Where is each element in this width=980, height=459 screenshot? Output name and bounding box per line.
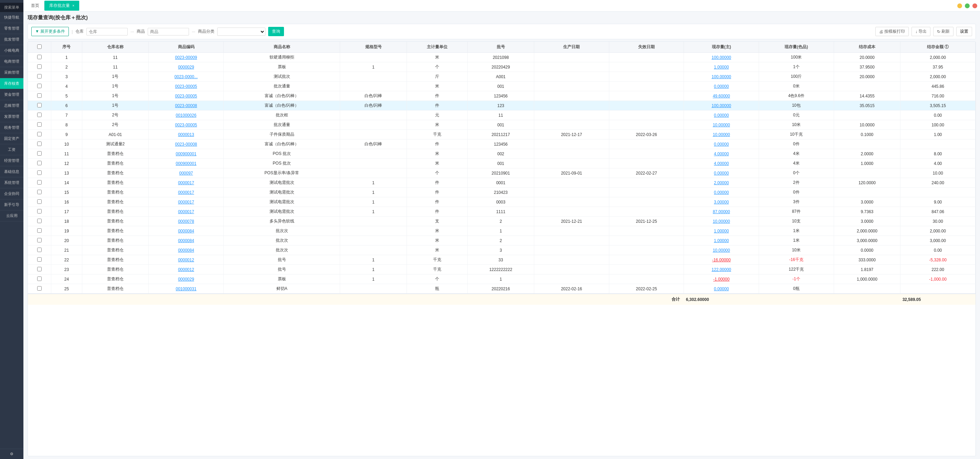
print-button[interactable]: 🖨 按模板打印 — [875, 27, 909, 36]
header-num: 序号 — [51, 41, 82, 53]
table-row: 1110023-00009软硬通用柳拒米2021098100.00000100米… — [28, 53, 975, 62]
row-checkbox[interactable] — [37, 103, 41, 107]
main-area: 首页 库存批次量 × 现存量查询(按仓库＋批次) ▼ 展开更多条件 | 仓库 ·… — [24, 0, 980, 459]
sidebar-item-cloud[interactable]: 云应用 — [0, 210, 24, 222]
header-warehouse: 仓库名称 — [82, 41, 148, 53]
refresh-icon: ↻ — [937, 29, 940, 34]
sidebar-settings[interactable]: ⚙ — [0, 449, 24, 459]
table-row: 13普查档仓000097POS显示率/条异常个202109012021-09-0… — [28, 168, 975, 178]
refresh-button[interactable]: ↻ 刷新 — [933, 27, 953, 36]
footer-empty-cost — [834, 294, 900, 305]
warehouse-input[interactable] — [86, 28, 128, 35]
row-checkbox[interactable] — [37, 132, 41, 136]
sidebar-item-purchase[interactable]: 采购管理 — [0, 67, 24, 78]
table-row: 22普查档仓0000012批号1千克33-16.00000-16千克333.00… — [28, 255, 975, 265]
expand-button[interactable]: ▼ 展开更多条件 — [31, 27, 69, 36]
row-checkbox[interactable] — [37, 267, 41, 271]
tab-home[interactable]: 首页 — [26, 1, 45, 11]
row-checkbox[interactable] — [37, 74, 41, 78]
table-row: 31号0023-0000...测试批次斤A001100.00000100斤20.… — [28, 72, 975, 81]
table-row: 18普查档仓0000078多头异色软线支22021-12-212021-12-2… — [28, 217, 975, 226]
row-checkbox[interactable] — [37, 93, 41, 98]
table-row: 61号0023-00008富诚（白色/闪棒）白色/闪棒件123100.00000… — [28, 101, 975, 110]
row-checkbox[interactable] — [37, 199, 41, 204]
table-body: 1110023-00009软硬通用柳拒米2021098100.00000100米… — [28, 53, 975, 294]
row-checkbox[interactable] — [37, 142, 41, 146]
sidebar-item-general[interactable]: 总账管理 — [0, 100, 24, 111]
row-checkbox[interactable] — [37, 238, 41, 242]
table-row: 20普查档仓0000084批次次米21.000001米3,000.00003,0… — [28, 236, 975, 245]
print-icon: 🖨 — [879, 29, 883, 34]
row-checkbox[interactable] — [37, 161, 41, 165]
header-unit: 主计量单位 — [407, 41, 468, 53]
row-checkbox[interactable] — [37, 228, 41, 233]
sidebar-search[interactable]: 搜索菜单 — [0, 3, 24, 12]
sidebar-item-system[interactable]: 系统管理 — [0, 177, 24, 188]
select-all-checkbox[interactable] — [37, 45, 41, 49]
header-prod-date: 生产日期 — [534, 41, 609, 53]
sidebar-item-retail[interactable]: 零售管理 — [0, 23, 24, 34]
row-checkbox[interactable] — [37, 286, 41, 291]
category-label: 商品分类 — [198, 29, 215, 34]
window-close-button[interactable] — [972, 3, 977, 8]
tab-close-icon[interactable]: × — [72, 4, 74, 8]
table-row: 15普查档仓0000017测试电需批次1件2104230.000000件 — [28, 188, 975, 197]
header-batch: 批号 — [468, 41, 534, 53]
filter-dots-2: ··· — [192, 29, 195, 34]
table-row: 25普查档仓001000031鲜切A瓶202202162022-02-16202… — [28, 284, 975, 294]
sidebar-item-nav[interactable]: 快捷导航 — [0, 12, 24, 23]
query-button[interactable]: 查询 — [268, 27, 284, 36]
sidebar-item-finance[interactable]: 资金管理 — [0, 89, 24, 100]
sidebar-item-invoice[interactable]: 发票管理 — [0, 111, 24, 122]
row-checkbox[interactable] — [37, 219, 41, 223]
sidebar-item-wholesale[interactable]: 批发管理 — [0, 34, 24, 45]
footer-total-qty: 6,302.60000 — [684, 294, 759, 305]
row-checkbox[interactable] — [37, 171, 41, 175]
table-row: 9A01-010000013子件保质期品千克202112172021-12-17… — [28, 130, 975, 139]
row-checkbox[interactable] — [37, 55, 41, 59]
row-checkbox[interactable] — [37, 84, 41, 88]
row-checkbox[interactable] — [37, 247, 41, 252]
tab-inventory-batch[interactable]: 库存批次量 × — [45, 1, 80, 11]
header-qty-main: 现存量(主) — [684, 41, 759, 53]
row-checkbox[interactable] — [37, 113, 41, 117]
header-checkbox[interactable] — [28, 41, 51, 53]
table-row: 72号001000026批次框元110.000000元0.00 — [28, 110, 975, 120]
row-checkbox[interactable] — [37, 190, 41, 194]
filter-dots-1: ··· — [130, 29, 134, 34]
sidebar: 搜索菜单 快捷导航 零售管理 批发管理 小账电商 电商管理 采购管理 库存核查 … — [0, 0, 24, 459]
footer-empty-sec — [759, 294, 834, 305]
sidebar-item-tax[interactable]: 税务管理 — [0, 122, 24, 133]
row-checkbox[interactable] — [37, 209, 41, 214]
sidebar-item-inventory[interactable]: 库存核查 — [0, 78, 24, 89]
sidebar-item-ecommerce[interactable]: 电商管理 — [0, 56, 24, 67]
row-checkbox[interactable] — [37, 151, 41, 156]
category-select[interactable] — [217, 27, 266, 36]
product-label: 商品 — [137, 29, 145, 34]
sidebar-item-basic[interactable]: 基础信息 — [0, 166, 24, 177]
table-row: 19普查档仓0000084批次次米11.000001米2,000.00002,0… — [28, 226, 975, 236]
sidebar-item-hr[interactable]: 工资 — [0, 144, 24, 155]
toolbar: ▼ 展开更多条件 | 仓库 ··· 商品 ··· 商品分类 查询 🖨 按模板打印… — [27, 24, 976, 39]
sidebar-item-ops[interactable]: 经营管理 — [0, 155, 24, 166]
window-maximize-button[interactable] — [965, 3, 970, 8]
header-amount: 结存金额 ① — [900, 41, 975, 53]
row-checkbox[interactable] — [37, 276, 41, 281]
product-input[interactable] — [148, 28, 189, 35]
row-checkbox[interactable] — [37, 122, 41, 127]
export-button[interactable]: ↓ 导出 — [912, 27, 931, 36]
row-checkbox[interactable] — [37, 180, 41, 185]
window-controls — [957, 3, 977, 8]
window-minimize-button[interactable] — [957, 3, 962, 8]
content-area: 现存量查询(按仓库＋批次) ▼ 展开更多条件 | 仓库 ··· 商品 ··· 商… — [24, 12, 980, 459]
sidebar-item-collab[interactable]: 企业协同 — [0, 188, 24, 199]
row-checkbox[interactable] — [37, 257, 41, 262]
footer-label: 合计 — [28, 294, 684, 305]
row-checkbox[interactable] — [37, 64, 41, 69]
settings-button[interactable]: 设置 — [956, 27, 972, 36]
table-header-row: 序号 仓库名称 商品编码 商品名称 规格型号 主计量单位 批号 生产日期 失效日… — [28, 41, 975, 53]
sidebar-item-guide[interactable]: 新手引导 — [0, 199, 24, 210]
sidebar-item-micro[interactable]: 小账电商 — [0, 45, 24, 56]
sidebar-item-fixed[interactable]: 固定资产 — [0, 133, 24, 144]
table-row: 10测试通量20023-00008富诚（白色/闪棒）白色/闪棒件1234560.… — [28, 139, 975, 149]
